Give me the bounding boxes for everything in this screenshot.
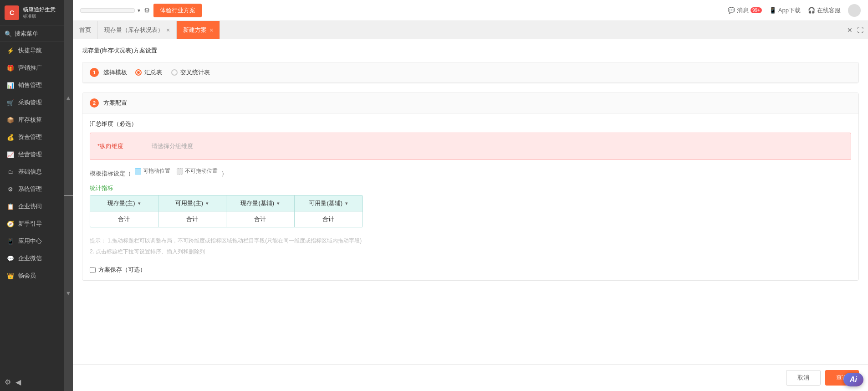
tab-new-scheme-label: 新建方案 (183, 26, 207, 34)
dimension-box[interactable]: *纵向维度 —— 请选择分组维度 (90, 133, 851, 160)
message-action[interactable]: 💬 消息 99+ (728, 6, 762, 15)
indicator-settings-label: 模板指标设定（ (90, 170, 131, 178)
sidebar-footer: ⚙ ◀ (0, 373, 64, 391)
indicator-settings-close: ） (221, 170, 227, 178)
tab-home[interactable]: 首页 (73, 21, 98, 39)
app-download-action[interactable]: 📱 App下载 (769, 6, 801, 15)
stats-col-2: 可用量(主) ▾ 合计 (158, 196, 227, 227)
stats-col-chevron-4[interactable]: ▾ (345, 201, 348, 206)
stats-col-header-1[interactable]: 现存量(主) ▾ (90, 196, 158, 211)
radio-summary[interactable]: 汇总表 (135, 68, 162, 77)
collapse-icon[interactable]: ◀ (15, 378, 21, 386)
sidebar-item-wechat[interactable]: 💬 企业微信 (0, 250, 64, 267)
sidebar-label-finance: 资金管理 (18, 133, 42, 141)
topbar-gear-icon[interactable]: ⚙ (144, 6, 150, 15)
sidebar-label-app-center: 应用中心 (18, 237, 42, 245)
sidebar-item-finance[interactable]: 💰 资金管理 (0, 129, 64, 146)
industry-button[interactable]: 体验行业方案 (153, 4, 202, 17)
quick-nav-icon: ⚡ (6, 46, 15, 55)
stats-col-header-3[interactable]: 现存量(基辅) ▾ (226, 196, 295, 211)
sidebar-label-guide: 新手引导 (18, 220, 42, 228)
hint-2: 2. 点击标题栏下拉可设置排序、插入列和删除列 (90, 247, 851, 257)
stats-col-header-label-2: 可用量(主) (175, 199, 203, 207)
topbar-left: ▾ ⚙ 体验行业方案 (80, 4, 722, 17)
stats-col-header-label-4: 可用量(基辅) (309, 199, 342, 207)
inventory-icon: 📦 (6, 116, 15, 124)
save-checkbox[interactable] (90, 267, 96, 273)
step1-header: 1 选择模板 汇总表 交叉统计表 (82, 62, 858, 83)
sidebar-item-member[interactable]: 👑 畅会员 (0, 267, 64, 284)
close-window-icon[interactable]: ✕ (847, 26, 853, 34)
tab-new-scheme-close-icon[interactable]: × (209, 27, 213, 33)
radio-cross[interactable]: 交叉统计表 (171, 68, 210, 77)
dimension-required-label: *纵向维度 (97, 142, 123, 150)
expand-icon[interactable]: ⛶ (857, 26, 863, 34)
indicator-section: 统计指标 现存量(主) ▾ 合计 (90, 184, 851, 229)
sidebar-label-basic-info: 基础信息 (18, 168, 42, 176)
stats-col-header-2[interactable]: 可用量(主) ▾ (158, 196, 227, 211)
sidebar-item-system[interactable]: ⚙ 系统管理 (0, 180, 64, 198)
sidebar-item-quick-nav[interactable]: ⚡ 快捷导航 (0, 42, 64, 59)
sidebar-item-purchase[interactable]: 🛒 采购管理 (0, 94, 64, 111)
stats-col-1: 现存量(主) ▾ 合计 (90, 196, 158, 227)
basic-info-icon: 🗂 (6, 168, 15, 176)
sidebar-item-marketing[interactable]: 🎁 营销推广 (0, 59, 64, 77)
member-icon: 👑 (6, 272, 15, 280)
step2-number: 2 (90, 98, 99, 108)
scroll-down-btn[interactable]: ▼ (64, 196, 73, 391)
app-download-label: App下载 (778, 6, 801, 15)
stats-col-chevron-1[interactable]: ▾ (138, 201, 141, 206)
search-area: ▾ (80, 7, 140, 14)
sidebar-item-basic-info[interactable]: 🗂 基础信息 (0, 163, 64, 180)
sidebar-item-sales[interactable]: 📊 销售管理 (0, 77, 64, 94)
sidebar-item-inventory[interactable]: 📦 库存核算 (0, 111, 64, 129)
radio-summary-label: 汇总表 (144, 68, 162, 77)
template-radio-group: 汇总表 交叉统计表 (135, 68, 210, 77)
stats-col-body-2: 合计 (158, 211, 227, 227)
cancel-button[interactable]: 取消 (786, 370, 821, 386)
online-service-label: 在线客服 (817, 6, 841, 15)
step2-header: 2 方案配置 (82, 93, 858, 113)
sidebar: C 畅康通好生意 标准版 🔍 搜索菜单 ⚡ 快捷导航 🎁 营销推广 📊 销售管理… (0, 0, 64, 391)
tab-inventory-status[interactable]: 现存量（库存状况表） × (98, 21, 177, 39)
not-draggable-label: 不可拖动位置 (185, 167, 218, 175)
sidebar-item-app-center[interactable]: 📱 应用中心 (0, 232, 64, 250)
stats-col-header-4[interactable]: 可用量(基辅) ▾ (295, 196, 363, 211)
stats-col-header-label-3: 现存量(基辅) (240, 199, 274, 207)
stats-col-chevron-2[interactable]: ▾ (206, 201, 209, 206)
ai-badge[interactable]: Ai (843, 373, 863, 386)
stats-col-3: 现存量(基辅) ▾ 合计 (226, 196, 295, 227)
settings-icon[interactable]: ⚙ (5, 378, 11, 386)
dimension-dash: —— (132, 143, 143, 150)
stats-col-chevron-3[interactable]: ▾ (277, 201, 280, 206)
main-wrapper: ▾ ⚙ 体验行业方案 💬 消息 99+ 📱 App下载 🎧 在线客服 首页 (73, 0, 868, 391)
search-icon: 🔍 (5, 31, 12, 37)
radio-cross-label: 交叉统计表 (180, 68, 210, 77)
sidebar-label-marketing: 营销推广 (18, 64, 42, 72)
guide-icon: 🧭 (6, 220, 15, 228)
not-draggable-box (177, 168, 183, 175)
topbar-search-box (80, 8, 135, 13)
tabbar: 首页 现存量（库存状况表） × 新建方案 × ✕ ⛶ (73, 21, 868, 39)
user-avatar[interactable] (848, 4, 861, 17)
topbar: ▾ ⚙ 体验行业方案 💬 消息 99+ 📱 App下载 🎧 在线客服 (73, 0, 868, 21)
sidebar-search[interactable]: 🔍 搜索菜单 (0, 26, 64, 42)
stats-col-body-4: 合计 (295, 211, 363, 227)
stats-col-4: 可用量(基辅) ▾ 合计 (295, 196, 363, 227)
tab-new-scheme[interactable]: 新建方案 × (177, 21, 220, 39)
tab-inventory-close-icon[interactable]: × (166, 27, 170, 33)
step1-number: 1 (90, 68, 99, 77)
legend-not-draggable: 不可拖动位置 (177, 167, 218, 175)
legend-draggable: 可拖动位置 (135, 167, 170, 175)
online-service-action[interactable]: 🎧 在线客服 (808, 6, 841, 15)
scroll-up-btn[interactable]: ▲ (64, 0, 73, 196)
sidebar-item-contract[interactable]: 📋 企业协同 (0, 198, 64, 215)
finance-icon: 💰 (6, 133, 15, 141)
tabbar-right: ✕ ⛶ (842, 21, 868, 39)
save-label: 方案保存（可选） (98, 266, 146, 274)
sidebar-item-operation[interactable]: 📈 经营管理 (0, 146, 64, 163)
search-dropdown-icon[interactable]: ▾ (138, 7, 140, 14)
legend-items: 可拖动位置 不可拖动位置 (135, 167, 218, 175)
hint-1: 提示： 1.拖动标题栏可以调整布局，不可跨维度或指标区域拖动栏目字段(只能在同一… (90, 236, 851, 246)
sidebar-item-guide[interactable]: 🧭 新手引导 (0, 215, 64, 232)
